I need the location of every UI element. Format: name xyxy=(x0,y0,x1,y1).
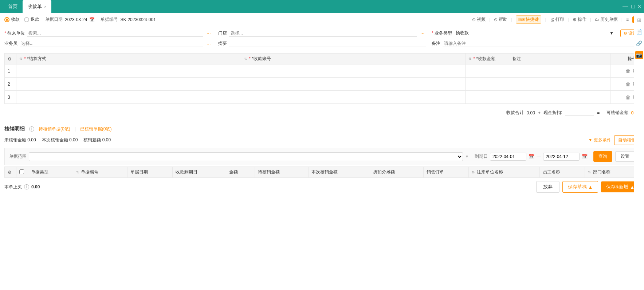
verify-gear-icon[interactable]: ⚙ xyxy=(8,170,12,175)
row-remark-3[interactable] xyxy=(509,91,610,104)
sidebar-doc-icon[interactable]: 📄 xyxy=(635,28,643,36)
row-amount-3[interactable] xyxy=(466,91,509,104)
radio-refund[interactable]: 退款 xyxy=(24,16,39,23)
save-draft-chevron[interactable]: ▲ xyxy=(588,184,593,190)
form-area: 往来单位 ··· 门店 ··· 业务类型 预收款 ▼ ⚙ 设置 xyxy=(0,26,644,53)
table-row: 3 🗑 ⧉ xyxy=(5,91,640,104)
calendar-icon[interactable]: 📅 xyxy=(89,17,95,22)
layout-btn1[interactable]: ≡ xyxy=(626,17,629,22)
pending-tab[interactable]: 待核销单据(0笔) xyxy=(39,126,70,132)
counterparty-more-btn[interactable]: ··· xyxy=(205,30,212,36)
operation-btn[interactable]: ⚙ 操作 xyxy=(573,16,586,23)
date-to-input[interactable] xyxy=(543,153,580,161)
tab-close-icon[interactable]: × xyxy=(44,4,46,9)
maximize-btn[interactable]: □ xyxy=(631,3,635,10)
row-account-1[interactable] xyxy=(241,64,466,78)
sidebar-table-icon[interactable]: ⊞ xyxy=(635,16,643,24)
sidebar-link-icon[interactable]: 🔗 xyxy=(635,39,643,47)
history-btn[interactable]: 🗂 历史单据 xyxy=(595,16,618,23)
print-btn[interactable]: 🖨 打印 xyxy=(550,16,564,23)
range-select[interactable] xyxy=(29,152,463,161)
bottom-right: 放弃 保存草稿 ▲ 保存&新增 ▲ xyxy=(536,181,640,193)
current-stat: 本次核销金额 0.00 xyxy=(42,137,78,143)
form-row-2: 业务员 ··· 摘要 备注 xyxy=(4,40,640,47)
summary-field: 摘要 xyxy=(218,40,426,47)
row-amount-2[interactable] xyxy=(466,78,509,91)
help-btn[interactable]: ⊙ 帮助 xyxy=(494,16,507,23)
radio-dot-refund xyxy=(24,17,29,22)
calendar-from-icon[interactable]: 📅 xyxy=(529,154,534,159)
verify-info-icon[interactable]: i xyxy=(29,126,34,132)
col-account: ⇅ *收款账号 xyxy=(241,54,466,64)
remark-field: 备注 xyxy=(432,40,640,47)
discount-input[interactable] xyxy=(565,110,594,115)
plus-sign: + xyxy=(538,110,541,115)
col-amount: ⇅ *收款金额 xyxy=(466,54,509,64)
row-settlement-3[interactable] xyxy=(16,91,241,104)
right-sidebar: ⊞ 📄 🔗 📷 xyxy=(634,13,644,290)
vcol-pending: 待核销金额 xyxy=(255,167,308,178)
col-gear[interactable]: ⚙ xyxy=(5,54,16,64)
delete-icon-2[interactable]: 🗑 xyxy=(625,81,631,87)
store-input[interactable] xyxy=(229,30,417,37)
abandon-btn[interactable]: 放弃 xyxy=(536,181,559,193)
range-label: 单据范围 xyxy=(9,153,27,160)
vcol-due-date: 收款到期日 xyxy=(173,167,226,178)
row-account-3[interactable] xyxy=(241,91,466,104)
date-from-input[interactable] xyxy=(490,153,526,161)
tab-receipt[interactable]: 收款单 × xyxy=(23,0,51,13)
counterparty-field: 往来单位 ··· xyxy=(4,30,212,37)
row-amount-1[interactable] xyxy=(466,64,509,78)
per-order-label: 本单上欠 xyxy=(4,184,22,190)
delete-icon-1[interactable]: 🗑 xyxy=(625,68,631,74)
tab-home[interactable]: 首页 xyxy=(3,0,23,13)
row-no-2: 2 xyxy=(5,78,16,91)
staff-input[interactable] xyxy=(20,40,203,47)
business-type-select[interactable]: 预收款 ▼ xyxy=(454,29,615,37)
table-row: 2 🗑 ⧉ xyxy=(5,78,640,91)
close-btn[interactable]: × xyxy=(638,3,641,10)
row-settlement-1[interactable] xyxy=(16,64,241,78)
staff-more-btn[interactable]: ··· xyxy=(205,41,212,47)
vcol-gear[interactable]: ⚙ xyxy=(5,167,16,178)
store-more-btn[interactable]: ··· xyxy=(419,30,426,36)
tab-bar: 首页 收款单 × — □ × xyxy=(0,0,644,13)
remark-input[interactable] xyxy=(443,40,640,47)
table-gear-icon[interactable]: ⚙ xyxy=(8,56,12,62)
more-conditions-btn[interactable]: ▼ 更多条件 xyxy=(588,137,611,143)
row-settlement-2[interactable] xyxy=(16,78,241,91)
query-btn[interactable]: 查询 xyxy=(593,151,612,162)
done-tab[interactable]: 已核销单据(0笔) xyxy=(80,126,112,132)
range-chevron: ▼ xyxy=(465,154,469,158)
filter-settings-btn[interactable]: 设置 xyxy=(615,151,635,162)
minimize-btn[interactable]: — xyxy=(623,3,628,10)
delete-icon-3[interactable]: 🗑 xyxy=(625,94,631,100)
toolbar: 收款 退款 单据日期 2023-03-24 📅 单据编号 SK-20230324… xyxy=(0,13,644,26)
vcol-staff: 员工名称 xyxy=(540,167,585,178)
radio-receipt[interactable]: 收款 xyxy=(4,16,20,23)
select-all-checkbox[interactable] xyxy=(19,169,24,174)
uncancelled-stat: 未核销金额 0.00 xyxy=(4,137,36,143)
row-remark-1[interactable] xyxy=(509,64,610,78)
range-filter: 单据范围 ▼ xyxy=(9,152,469,161)
vcol-doc-type: 单据类型 xyxy=(28,167,73,178)
vcol-doc-no: ⇅ 单据编号 xyxy=(73,167,127,178)
table-row: 1 🗑 ⧉ xyxy=(5,64,640,78)
verify-title: 核销明细 xyxy=(4,126,25,132)
video-btn[interactable]: ⊙ 视频 xyxy=(472,16,486,23)
receipt-table: ⚙ ⇅ *结算方式 ⇅ *收款账号 ⇅ *收款金额 备注 xyxy=(4,53,640,104)
counterparty-input[interactable] xyxy=(27,30,203,37)
summary-input[interactable] xyxy=(229,40,426,47)
row-remark-2[interactable] xyxy=(509,78,610,91)
shortcut-btn[interactable]: ⌨ 快捷键 xyxy=(516,15,541,24)
store-label: 门店 xyxy=(218,30,227,36)
save-draft-btn[interactable]: 保存草稿 ▲ xyxy=(562,181,598,193)
radio-dot-receipt xyxy=(4,17,9,22)
summary-row: 收款合计 0.00 + 现金折扣: = = 可核销金额 0.00 xyxy=(0,107,644,119)
row-account-2[interactable] xyxy=(241,78,466,91)
receipt-table-wrapper: ⚙ ⇅ *结算方式 ⇅ *收款账号 ⇅ *收款金额 备注 xyxy=(0,53,644,107)
calendar-to-icon[interactable]: 📅 xyxy=(582,154,588,159)
col-remark: 备注 xyxy=(509,54,610,64)
sidebar-camera-icon[interactable]: 📷 xyxy=(635,51,643,59)
per-order-info-icon[interactable]: i xyxy=(24,184,29,189)
